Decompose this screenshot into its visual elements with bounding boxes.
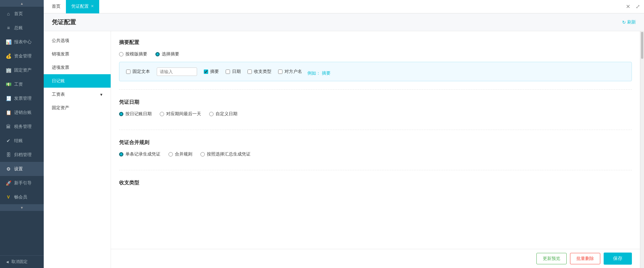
settings-icon: ⚙ <box>5 166 11 172</box>
sidebar-unpin-button[interactable]: ◄ 取消固定 <box>0 255 44 268</box>
right-content: 摘要配置 按模版摘要 选择摘要 <box>111 31 640 249</box>
date-option-custom[interactable]: 自定义日期 <box>209 111 237 117</box>
vip-icon: V <box>5 195 11 199</box>
abstract-config-box: 固定文本 摘要 日期 <box>119 62 632 81</box>
merge-option-total[interactable]: 按照选择汇总生成凭证 <box>200 151 251 157</box>
sidebar-item-archive[interactable]: 🗄 归档管理 <box>0 148 44 162</box>
sidebar-item-ledger[interactable]: ≡ 总账 <box>0 21 44 35</box>
scrollbar-thumb[interactable] <box>641 32 643 59</box>
main-area: 首页 凭证配置 ✕ ✕ ⤢ 凭证配置 ↻ 刷新 公共选项 <box>44 0 644 268</box>
tab-voucher-config[interactable]: 凭证配置 ✕ <box>66 0 99 13</box>
checkbox-summary[interactable]: 摘要 <box>204 69 219 75</box>
checkout-icon: ✔ <box>5 138 11 143</box>
merge-section: 凭证合并规则 单条记录生成凭证 合并规则 <box>119 139 632 170</box>
sidebar-item-asset[interactable]: 🏢 固定资产 <box>0 63 44 77</box>
fund-icon: 💰 <box>5 53 11 59</box>
sidebar-item-vip[interactable]: V 畅会员 <box>0 190 44 204</box>
income-section-title: 收支类型 <box>119 180 632 186</box>
invoice-icon: 🧾 <box>5 96 11 101</box>
tab-home[interactable]: 首页 <box>46 0 66 13</box>
home-icon: ⌂ <box>5 11 11 16</box>
bottom-bar: 更新预览 批量删除 保存 <box>111 249 640 268</box>
fixed-text-input[interactable] <box>157 68 197 76</box>
date-option-journal[interactable]: 按日记账日期 <box>119 111 152 117</box>
summary-section-title: 摘要配置 <box>119 39 632 46</box>
date-option-last-day[interactable]: 对应期间最后一天 <box>160 111 201 117</box>
sidebar-scroll-down[interactable]: ▼ <box>0 204 44 211</box>
nav-item-purchase[interactable]: 进项发票 <box>44 61 111 74</box>
nav-item-fixed-asset[interactable]: 固定资产 <box>44 101 111 115</box>
summary-mode-select[interactable]: 选择摘要 <box>155 51 179 57</box>
refresh-button[interactable]: ↻ 刷新 <box>622 19 636 25</box>
nav-item-payroll[interactable]: 工资表 ▾ <box>44 88 111 101</box>
date-options-group: 按日记账日期 对应期间最后一天 自定义日期 <box>119 111 632 117</box>
sidebar-item-salary[interactable]: 💵 工资 <box>0 77 44 91</box>
sidebar-item-tax[interactable]: 🏛 税务管理 <box>0 120 44 134</box>
chevron-down-icon: ▾ <box>100 92 103 97</box>
date-section: 凭证日期 按日记账日期 对应期间最后一天 <box>119 99 632 130</box>
sidebar-item-report[interactable]: 📊 报表中心 <box>0 35 44 49</box>
page-title: 凭证配置 <box>52 18 76 26</box>
batch-delete-button[interactable]: 批量删除 <box>570 253 600 264</box>
checkbox-fixed-text[interactable]: 固定文本 <box>126 69 150 75</box>
page-content: 凭证配置 ↻ 刷新 公共选项 销项发票 进项发票 日记账 <box>44 13 644 268</box>
abstract-checkbox-row: 固定文本 摘要 日期 <box>126 68 302 76</box>
asset-icon: 🏢 <box>5 68 11 73</box>
window-expand-button[interactable]: ⤢ <box>634 2 641 11</box>
tax-icon: 🏛 <box>5 124 11 129</box>
tab-close-button[interactable]: ✕ <box>91 4 94 8</box>
tab-bar: 首页 凭证配置 ✕ ✕ ⤢ <box>44 0 644 13</box>
sidebar-scroll-up[interactable]: ▲ <box>0 0 44 7</box>
merge-options-group: 单条记录生成凭证 合并规则 按照选择汇总生成凭证 <box>119 151 632 157</box>
sidebar-item-home[interactable]: ⌂ 首页 <box>0 7 44 21</box>
sidebar-item-checkout[interactable]: ✔ 结账 <box>0 134 44 148</box>
checkbox-income-type[interactable]: 收支类型 <box>248 69 271 75</box>
content-body: 公共选项 销项发票 进项发票 日记账 工资表 ▾ 固定资产 <box>44 31 644 268</box>
save-button[interactable]: 保存 <box>604 253 632 265</box>
merge-option-rule[interactable]: 合并规则 <box>168 151 192 157</box>
sidebar-item-trade[interactable]: 📋 进销台账 <box>0 105 44 120</box>
tab-bar-right: ✕ ⤢ <box>624 2 641 11</box>
sidebar-item-fund[interactable]: 💰 资金管理 <box>0 49 44 63</box>
nav-item-journal[interactable]: 日记账 <box>44 74 111 88</box>
ledger-icon: ≡ <box>5 25 11 31</box>
nav-item-sales[interactable]: 销项发票 <box>44 47 111 61</box>
checkbox-date[interactable]: 日期 <box>226 69 241 75</box>
income-section: 收支类型 <box>119 180 632 199</box>
left-nav: 公共选项 销项发票 进项发票 日记账 工资表 ▾ 固定资产 <box>44 31 111 268</box>
example-text: 例如： 摘要 <box>307 70 331 76</box>
sidebar-item-invoice[interactable]: 🧾 发票管理 <box>0 91 44 105</box>
merge-option-single[interactable]: 单条记录生成凭证 <box>119 151 160 157</box>
guide-icon: 🚀 <box>5 180 11 186</box>
nav-item-public[interactable]: 公共选项 <box>44 34 111 47</box>
sidebar-item-settings[interactable]: ⚙ 设置 <box>0 162 44 176</box>
refresh-icon: ↻ <box>622 20 626 25</box>
window-close-button[interactable]: ✕ <box>624 2 632 11</box>
salary-icon: 💵 <box>5 82 11 87</box>
outer-scrollbar[interactable] <box>640 31 644 268</box>
checkbox-counterpart-name[interactable]: 对方户名 <box>278 69 302 75</box>
update-preview-button[interactable]: 更新预览 <box>536 253 567 264</box>
summary-mode-template[interactable]: 按模版摘要 <box>119 51 147 57</box>
sidebar-item-guide[interactable]: 🚀 新手引导 <box>0 176 44 190</box>
date-section-title: 凭证日期 <box>119 99 632 105</box>
trade-icon: 📋 <box>5 110 11 115</box>
pin-icon: ◄ <box>5 260 9 264</box>
merge-section-title: 凭证合并规则 <box>119 139 632 146</box>
sidebar: ▲ ⌂ 首页 ≡ 总账 📊 报表中心 💰 资金管理 🏢 固定资产 💵 工资 🧾 … <box>0 0 44 268</box>
summary-mode-group: 按模版摘要 选择摘要 <box>119 51 632 57</box>
archive-icon: 🗄 <box>5 152 11 158</box>
summary-section: 摘要配置 按模版摘要 选择摘要 <box>119 39 632 90</box>
page-header: 凭证配置 ↻ 刷新 <box>44 13 644 31</box>
report-icon: 📊 <box>5 39 11 45</box>
